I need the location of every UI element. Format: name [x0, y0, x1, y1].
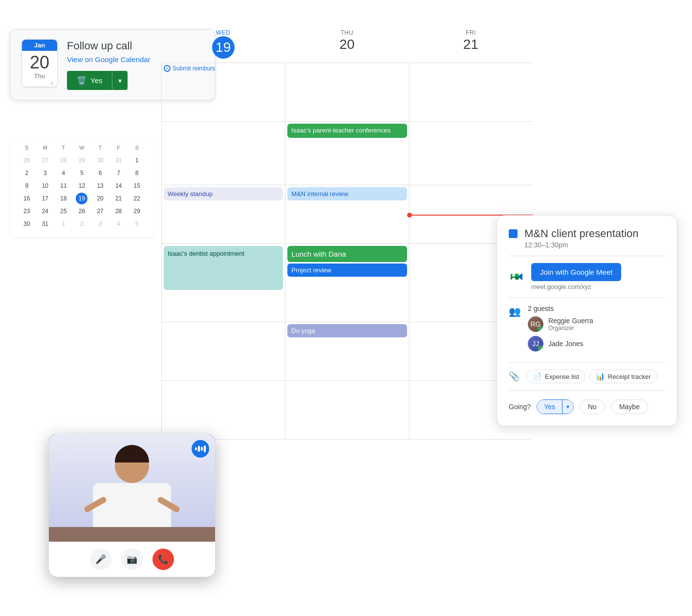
- event-detail-info: M&N client presentation 12:30–1:30pm: [524, 227, 639, 249]
- mini-day-5-next[interactable]: 5: [131, 218, 143, 230]
- guest-check-reggie: ✓: [538, 326, 543, 332]
- video-feed: [49, 434, 215, 542]
- mini-day-1[interactable]: 1: [131, 154, 143, 166]
- mini-day-30-prev[interactable]: 30: [94, 154, 106, 166]
- mini-cal-tue: T: [54, 145, 73, 151]
- mini-day-2[interactable]: 2: [21, 167, 33, 179]
- receipt-tracker-label: Receipt tracker: [608, 373, 650, 380]
- rsvp-yes-button[interactable]: 🗑️ Yes: [67, 71, 112, 90]
- going-no-button[interactable]: No: [580, 399, 605, 414]
- join-meet-button[interactable]: Join with Google Meet: [531, 263, 621, 281]
- mini-day-31[interactable]: 31: [39, 218, 51, 230]
- expense-list-label: Expense list: [545, 373, 579, 380]
- project-review-event[interactable]: Project review: [287, 264, 407, 277]
- mic-button[interactable]: 🎤: [90, 549, 111, 570]
- guest-name-reggie: Reggie Guerra: [548, 317, 593, 325]
- cal-row-2: Weekly standup M&N internal review: [162, 185, 533, 244]
- mini-day-9[interactable]: 9: [21, 180, 33, 192]
- audio-wave-indicator: [192, 440, 209, 458]
- mini-cal-mon: M: [36, 145, 55, 151]
- mini-day-27[interactable]: 27: [94, 205, 106, 217]
- going-yes-dropdown[interactable]: ▾: [562, 400, 573, 414]
- guest-info-jade: Jade Jones: [548, 340, 584, 348]
- header-day-fri: FRI 21: [409, 29, 533, 59]
- mini-day-20[interactable]: 20: [94, 193, 106, 204]
- cal-cell-fri-1: [410, 122, 533, 185]
- mini-day-7[interactable]: 7: [113, 167, 125, 179]
- do-yoga-event[interactable]: Do yoga: [287, 324, 407, 337]
- end-call-button[interactable]: 📞: [152, 549, 174, 570]
- mini-day-22[interactable]: 22: [131, 193, 143, 204]
- mini-day-26[interactable]: 26: [76, 205, 87, 217]
- mini-day-21[interactable]: 21: [113, 193, 125, 204]
- mini-day-12[interactable]: 12: [76, 180, 87, 192]
- submit-task-event[interactable]: ✓ Submit reimburs: [164, 65, 283, 72]
- divider-2: [509, 297, 665, 298]
- cal-cell-fri-0: [410, 63, 533, 121]
- calendar-icon-widget: Jan 20 Thu: [22, 40, 57, 87]
- cal-cell-wed-5: [162, 381, 285, 439]
- mini-day-18[interactable]: 18: [58, 193, 69, 204]
- mini-day-3-next[interactable]: 3: [94, 218, 106, 230]
- going-yes-button[interactable]: Yes: [537, 400, 562, 414]
- weekly-standup-event[interactable]: Weekly standup: [164, 187, 283, 200]
- mini-day-28[interactable]: 28: [113, 205, 125, 217]
- cal-cell-wed-0: ✓ Submit reimburs: [162, 63, 285, 121]
- time-dot: [407, 213, 412, 218]
- mini-day-26-prev[interactable]: 26: [21, 154, 33, 166]
- mini-day-27-prev[interactable]: 27: [39, 154, 51, 166]
- going-maybe-button[interactable]: Maybe: [611, 399, 648, 414]
- mini-day-24[interactable]: 24: [39, 205, 51, 217]
- event-detail-header: M&N client presentation 12:30–1:30pm: [509, 227, 665, 249]
- mini-day-17[interactable]: 17: [39, 193, 51, 204]
- guest-avatar-jade: JJ ✓: [528, 336, 543, 352]
- going-section: Going? Yes ▾ No Maybe: [509, 397, 665, 414]
- end-call-icon: 📞: [158, 554, 169, 565]
- isaac-parent-event[interactable]: Isaac's parent-teacher conferences: [287, 124, 407, 138]
- day-name-wed: WED: [161, 29, 285, 36]
- guests-count: 2 guests: [528, 305, 593, 312]
- mini-day-16[interactable]: 16: [21, 193, 33, 204]
- view-calendar-link[interactable]: View on Google Calendar: [67, 55, 151, 64]
- mini-day-11[interactable]: 11: [58, 180, 69, 192]
- day-num-wed: 19: [212, 36, 235, 59]
- mini-day-29[interactable]: 29: [131, 205, 143, 217]
- mini-day-29-prev[interactable]: 29: [76, 154, 87, 166]
- mini-day-15[interactable]: 15: [131, 180, 143, 192]
- cal-row-4: Do yoga: [162, 322, 533, 381]
- isaac-dentist-event[interactable]: Isaac's dentist appointment: [164, 246, 283, 290]
- guests-icon: 👥: [509, 306, 521, 317]
- mini-day-10[interactable]: 10: [39, 180, 51, 192]
- guests-list: 2 guests RG ✓ Reggie Guerra Organizer JJ…: [528, 305, 593, 355]
- day-num-thu: 20: [285, 36, 409, 53]
- svg-point-1: [512, 274, 515, 277]
- mini-day-8[interactable]: 8: [131, 167, 143, 179]
- attachment-expense-list[interactable]: 📄 Expense list: [526, 370, 585, 383]
- mini-day-30[interactable]: 30: [21, 218, 33, 230]
- task-check-icon: ✓: [164, 65, 171, 72]
- attachment-receipt-tracker[interactable]: 📊 Receipt tracker: [589, 370, 657, 383]
- mini-day-31-prev[interactable]: 31: [113, 154, 125, 166]
- mini-day-5[interactable]: 5: [76, 167, 87, 179]
- mini-day-4-next[interactable]: 4: [113, 218, 125, 230]
- guest-role-reggie: Organizer: [548, 325, 593, 331]
- mini-day-25[interactable]: 25: [58, 205, 69, 217]
- mini-day-1-next[interactable]: 1: [58, 218, 69, 230]
- guest-item-reggie: RG ✓ Reggie Guerra Organizer: [528, 316, 593, 332]
- lunch-dana-event[interactable]: Lunch with Dana: [287, 246, 407, 262]
- mini-day-2-next[interactable]: 2: [76, 218, 87, 230]
- mini-day-14[interactable]: 14: [113, 180, 125, 192]
- mini-day-3[interactable]: 3: [39, 167, 51, 179]
- rsvp-dropdown-button[interactable]: ▾: [112, 71, 128, 90]
- mini-day-28-prev[interactable]: 28: [58, 154, 69, 166]
- mini-day-4[interactable]: 4: [58, 167, 69, 179]
- mini-day-6[interactable]: 6: [94, 167, 106, 179]
- doc-icon: 📄: [533, 372, 542, 381]
- mini-day-19-today[interactable]: 19: [76, 193, 87, 204]
- camera-button[interactable]: 📷: [121, 549, 143, 570]
- mn-internal-event[interactable]: M&N internal review: [287, 187, 407, 200]
- guest-check-jade: ✓: [538, 346, 543, 352]
- mini-day-23[interactable]: 23: [21, 205, 33, 217]
- mini-day-13[interactable]: 13: [94, 180, 106, 192]
- attachment-chips: 📄 Expense list 📊 Receipt tracker: [526, 370, 657, 383]
